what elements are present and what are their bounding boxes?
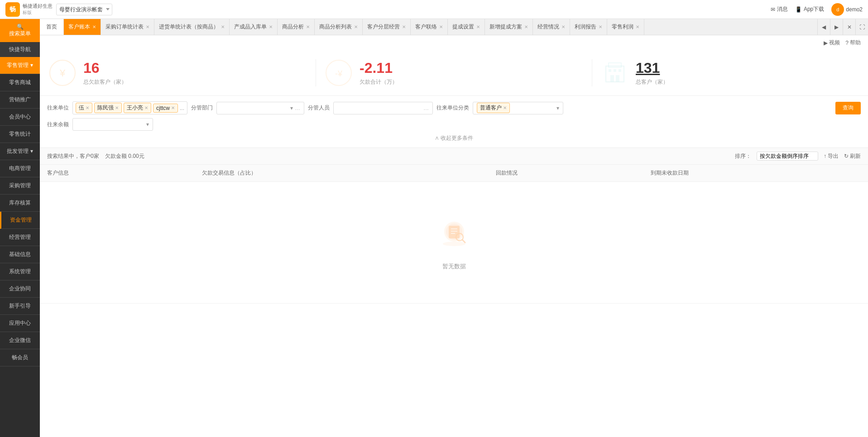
sidebar-item-retail-mall[interactable]: 零售商城 bbox=[0, 74, 40, 91]
dept-dropdown-icon: ▾ bbox=[290, 105, 293, 111]
user-menu[interactable]: d demo2 bbox=[831, 3, 863, 16]
classify-select[interactable]: 普通客户 ✕ ▾ bbox=[473, 102, 563, 114]
remainder-input[interactable] bbox=[77, 121, 144, 128]
unit-tag-3[interactable]: cjttcw ✕ bbox=[153, 104, 178, 113]
sidebar-item-enterprise-wechat[interactable]: 企业微信 bbox=[0, 332, 40, 349]
unit-tag-more[interactable]: ... bbox=[180, 105, 184, 111]
tab-product-analysis-list[interactable]: 商品分析列表 ✕ bbox=[315, 19, 363, 35]
tab-close-all-btn[interactable]: ✕ bbox=[843, 19, 855, 35]
unit-tag-0[interactable]: 伍 ✕ bbox=[76, 103, 92, 113]
sidebar-item-system[interactable]: 系统管理 bbox=[0, 263, 40, 280]
tab-purchase-order-stats[interactable]: 采购订单统计表 ✕ bbox=[101, 19, 154, 35]
tab-close-10[interactable]: ✕ bbox=[561, 24, 565, 29]
sidebar-item-enterprise-collab[interactable]: 企业协同 bbox=[0, 280, 40, 298]
sidebar-item-operations[interactable]: 经营管理 bbox=[0, 229, 40, 246]
sidebar-item-basic-info[interactable]: 基础信息 bbox=[0, 246, 40, 263]
sidebar-item-inventory[interactable]: 库存核算 bbox=[0, 195, 40, 212]
svg-rect-10 bbox=[619, 69, 621, 72]
video-link[interactable]: ▶ 视频 bbox=[824, 39, 840, 47]
stat-content-total-customers: 131 总客户（家） bbox=[636, 60, 668, 86]
sidebar-item-chang-member[interactable]: 畅会员 bbox=[0, 349, 40, 366]
tab-prev-btn[interactable]: ◀ bbox=[817, 19, 830, 35]
export-button[interactable]: ↑ 导出 bbox=[824, 152, 839, 160]
svg-rect-4 bbox=[606, 66, 624, 82]
sidebar-quick-nav[interactable]: 快捷导航 bbox=[0, 42, 40, 57]
tab-close-5[interactable]: ✕ bbox=[354, 24, 358, 29]
unit-filter-input[interactable]: 伍 ✕ 陈民强 ✕ 王小亮 ✕ cjttcw ✕ bbox=[72, 101, 187, 114]
refresh-button[interactable]: ↻ 刷新 bbox=[844, 152, 861, 160]
result-actions: 排序： 按欠款金额倒序排序 ↑ 导出 ↻ 刷新 bbox=[735, 152, 861, 161]
app-download-link[interactable]: 📱 App下载 bbox=[795, 5, 824, 13]
manager-select[interactable]: … bbox=[333, 102, 433, 114]
tab-close-6[interactable]: ✕ bbox=[402, 24, 406, 29]
tab-close-11[interactable]: ✕ bbox=[599, 24, 602, 29]
logo-icon: 畅 bbox=[5, 2, 20, 17]
classify-tag-close[interactable]: ✕ bbox=[503, 105, 507, 110]
tab-fullscreen-btn[interactable]: ⛶ bbox=[855, 19, 868, 35]
stats-header: ¥ 16 总欠款客户（家） -¥ bbox=[40, 50, 868, 96]
sort-select[interactable]: 按欠款金额倒序排序 bbox=[757, 152, 818, 161]
help-link[interactable]: ? 帮助 bbox=[845, 39, 861, 47]
sidebar-item-newbie-guide[interactable]: 新手引导 bbox=[0, 298, 40, 315]
tab-close-8[interactable]: ✕ bbox=[476, 24, 480, 29]
manager-more-icon[interactable]: … bbox=[423, 105, 429, 111]
sidebar-item-marketing[interactable]: 营销推广 bbox=[0, 91, 40, 109]
refresh-icon: ↻ bbox=[844, 153, 849, 159]
tab-profit-report[interactable]: 利润报告 ✕ bbox=[570, 19, 607, 35]
sidebar-item-capital[interactable]: 资金管理 bbox=[0, 212, 40, 229]
tab-new-commission-plan[interactable]: 新增提成方案 ✕ bbox=[485, 19, 533, 35]
tab-operations[interactable]: 经营情况 ✕ bbox=[533, 19, 570, 35]
unit-tag-1[interactable]: 陈民强 ✕ bbox=[94, 103, 122, 113]
collapse-button[interactable]: ∧ 收起更多条件 bbox=[435, 135, 473, 141]
tab-purchase-stats-by-product[interactable]: 进货单统计表（按商品） ✕ bbox=[154, 19, 230, 35]
tab-next-btn[interactable]: ▶ bbox=[830, 19, 843, 35]
sidebar-search[interactable]: 🔍 搜索菜单 bbox=[0, 19, 40, 42]
tab-customer-contact[interactable]: 客户联络 ✕ bbox=[411, 19, 448, 35]
tab-home[interactable]: 首页 bbox=[40, 19, 64, 35]
empty-text: 暂无数据 bbox=[442, 262, 466, 271]
classify-tag-0[interactable]: 普通客户 ✕ bbox=[477, 103, 510, 113]
tab-commission-settings[interactable]: 提成设置 ✕ bbox=[448, 19, 485, 35]
tab-close-9[interactable]: ✕ bbox=[524, 24, 528, 29]
sidebar-item-app-center[interactable]: 应用中心 bbox=[0, 315, 40, 332]
tab-close-3[interactable]: ✕ bbox=[269, 24, 273, 29]
stat-block-amount: -¥ -2.11 欠款合计（万） bbox=[316, 59, 592, 86]
tab-production-inbound[interactable]: 产成品入库单 ✕ bbox=[230, 19, 278, 35]
yuan-icon: ¥ bbox=[49, 59, 76, 86]
message-icon: ✉ bbox=[771, 6, 775, 13]
demo-account-select[interactable]: 母婴行业演示帐套 bbox=[56, 4, 112, 15]
filter-bar: 往来单位 伍 ✕ 陈民强 ✕ 王小亮 ✕ bbox=[40, 96, 868, 148]
tab-customer-tier[interactable]: 客户分层经营 ✕ bbox=[363, 19, 411, 35]
messages-link[interactable]: ✉ 消息 bbox=[771, 5, 788, 13]
sidebar-item-ecommerce[interactable]: 电商管理 bbox=[0, 160, 40, 177]
sidebar-item-retail-stats[interactable]: 零售统计 bbox=[0, 126, 40, 143]
sidebar-item-wholesale[interactable]: 批发管理 ▾ bbox=[0, 143, 40, 160]
tab-close-2[interactable]: ✕ bbox=[221, 24, 225, 29]
sidebar-item-member-center[interactable]: 会员中心 bbox=[0, 109, 40, 126]
unit-tag-close-3[interactable]: ✕ bbox=[171, 105, 175, 110]
top-bar-right: ✉ 消息 📱 App下载 d demo2 bbox=[771, 3, 863, 16]
tab-close-1[interactable]: ✕ bbox=[146, 24, 149, 29]
query-button[interactable]: 查询 bbox=[835, 102, 861, 114]
remainder-select[interactable]: ▾ bbox=[72, 118, 153, 131]
stat-number-total: 131 bbox=[636, 60, 668, 76]
tab-product-analysis[interactable]: 商品分析 ✕ bbox=[278, 19, 315, 35]
unit-tag-2[interactable]: 王小亮 ✕ bbox=[124, 103, 151, 113]
top-bar: 畅 畅捷通好生意 标版 母婴行业演示帐套 ✉ 消息 📱 App下载 d demo… bbox=[0, 0, 868, 19]
dept-more-icon[interactable]: … bbox=[295, 105, 300, 111]
tab-close-0[interactable]: ✕ bbox=[92, 24, 96, 29]
tab-customer-ledger[interactable]: 客户账本 ✕ bbox=[64, 19, 101, 35]
dept-input[interactable] bbox=[221, 105, 288, 111]
unit-tag-close-0[interactable]: ✕ bbox=[86, 105, 89, 110]
sidebar-item-purchase[interactable]: 采购管理 bbox=[0, 177, 40, 195]
tab-close-4[interactable]: ✕ bbox=[306, 24, 310, 29]
tab-close-7[interactable]: ✕ bbox=[439, 24, 443, 29]
logo-sub: 标版 bbox=[23, 10, 53, 16]
tab-retail-profit[interactable]: 零售利润 ✕ bbox=[607, 19, 644, 35]
unit-tag-close-1[interactable]: ✕ bbox=[115, 105, 119, 110]
dept-select[interactable]: ▾ … bbox=[216, 102, 304, 114]
sidebar-item-retail-management[interactable]: 零售管理 ▾ bbox=[0, 57, 40, 74]
unit-tag-close-2[interactable]: ✕ bbox=[144, 105, 148, 110]
tab-close-12[interactable]: ✕ bbox=[636, 24, 639, 29]
manager-input[interactable] bbox=[337, 105, 422, 111]
